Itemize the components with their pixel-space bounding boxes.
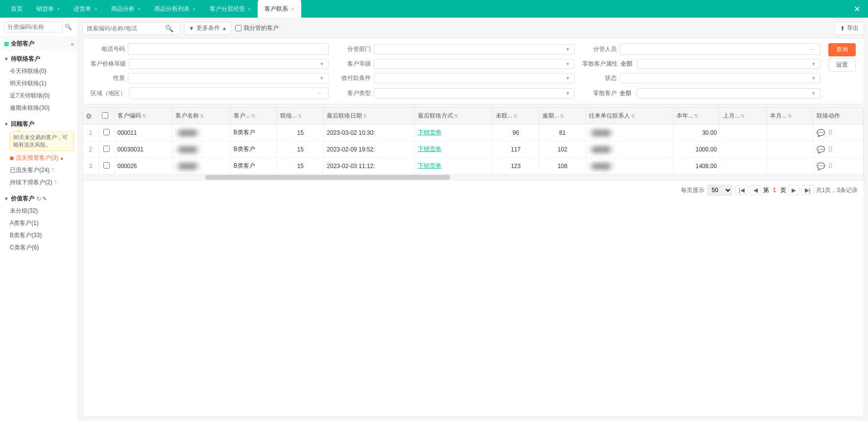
my-customers-checkbox[interactable] <box>235 25 241 31</box>
sidebar-item-overdue[interactable]: 逾期未联络(30) <box>0 102 78 114</box>
scrollbar-thumb[interactable] <box>205 175 450 180</box>
sort-contact-icon[interactable]: ⇅ <box>298 113 302 119</box>
tab-home[interactable]: 首页 <box>4 0 29 18</box>
filter-customer-type-label: 客户类型 <box>337 89 371 98</box>
filter-more-conditions[interactable]: ▼ 更多条件 ▲ <box>184 22 231 35</box>
sort-person-icon[interactable]: ⇅ <box>631 113 635 119</box>
query-button[interactable]: 查询 <box>828 43 856 56</box>
data-table-container: ⚙ 客户编码 ⇅ 客户名称 <box>82 107 864 417</box>
th-last-month: 上月... ⇅ <box>720 108 767 124</box>
sidebar-search-input[interactable] <box>4 22 63 32</box>
sidebar-group-value-title[interactable]: ▼ 价值客户 ↻ ✎ <box>0 193 78 205</box>
settings-button[interactable]: 设置 <box>828 58 856 72</box>
per-page-select[interactable]: 50 100 200 <box>707 185 732 196</box>
select-all-checkbox[interactable] <box>102 112 108 119</box>
sort-this-year-icon[interactable]: ⇅ <box>694 113 698 119</box>
row-checkbox-2[interactable] <box>103 162 110 169</box>
filter-customer-tier-select[interactable]: ▼ <box>374 59 575 69</box>
last-page-button[interactable]: ▶| <box>801 185 814 195</box>
sidebar-item-churn-warning[interactable]: 流失预警客户(3) ● <box>0 152 78 164</box>
filter-zero-customer-select[interactable]: ▼ <box>636 88 820 99</box>
tab-product-analysis[interactable]: 商品分析 × <box>104 0 147 18</box>
tab-close-product-analysis[interactable]: × <box>138 6 141 12</box>
filter-payment-field: 收付款条件 ▼ <box>337 73 575 83</box>
last-method-link-0[interactable]: 下销货单 <box>418 129 441 136</box>
filter-customer-type-select[interactable]: ▼ <box>374 88 575 99</box>
sidebar-item-a-class[interactable]: A类客户(1) <box>0 217 78 229</box>
action-contact-icon-1[interactable]: 💬 <box>817 146 825 153</box>
filter-status-field: 状态 ▼ <box>582 73 820 83</box>
action-contact-icon-0[interactable]: 💬 <box>817 129 825 137</box>
action-more-icon-0[interactable]: ⠿ <box>828 129 833 137</box>
sidebar-all-customers[interactable]: ⊞ 全部客户 « <box>0 37 78 51</box>
tab-product-analysis-list[interactable]: 商品分析列表 × <box>147 0 202 18</box>
filter-payment-select[interactable]: ▼ <box>374 73 575 83</box>
export-button[interactable]: ⬆ 导出 <box>835 22 864 35</box>
filter-search-button[interactable]: 🔍 <box>165 25 173 32</box>
filter-manager-select[interactable]: ··· <box>620 43 820 55</box>
filter-dept-select[interactable]: ▼ <box>374 44 575 54</box>
tab-close-product-analysis-list[interactable]: × <box>193 6 195 12</box>
filter-zero-attr-select[interactable]: ▼ <box>637 59 820 69</box>
tab-close-purchase-order[interactable]: × <box>94 6 97 12</box>
action-more-icon-2[interactable]: ⠿ <box>828 162 833 170</box>
sort-uncontacted-icon[interactable]: ⇅ <box>513 113 517 119</box>
filter-nature-select[interactable]: ▼ <box>128 73 329 83</box>
row-checkbox-1[interactable] <box>103 146 110 152</box>
td-uncontacted-1: 117 <box>492 141 539 158</box>
region-dots-icon[interactable]: ··· <box>315 90 324 97</box>
tab-close-customer-contact[interactable]: × <box>291 6 294 12</box>
sidebar-item-today[interactable]: 今天待联络(0) <box>0 65 78 77</box>
last-method-link-1[interactable]: 下销货单 <box>418 146 441 152</box>
filter-region-select[interactable]: ··· <box>129 87 329 99</box>
last-method-link-2[interactable]: 下销货单 <box>418 162 441 169</box>
sidebar-group-review-title[interactable]: ▼ 回顾客户 <box>0 118 78 130</box>
churn-warning-badge: ● <box>60 155 64 161</box>
td-contact-2: 15 <box>277 158 324 174</box>
first-page-button[interactable]: |◀ <box>735 185 748 195</box>
sidebar-item-7days[interactable]: 近7天待联络(0) <box>0 90 78 102</box>
prev-page-button[interactable]: ◀ <box>750 185 761 195</box>
filter-search-input[interactable] <box>87 25 165 32</box>
sidebar-item-declining[interactable]: 持续下滑客户(2) ? <box>0 176 78 189</box>
filter-price-tier-select[interactable]: ▼ <box>129 59 329 69</box>
filter-status-select[interactable]: ▼ <box>620 73 820 83</box>
sort-overdue-icon[interactable]: ⇅ <box>560 113 564 119</box>
action-contact-icon-2[interactable]: 💬 <box>817 162 825 170</box>
filter-phone-input[interactable] <box>128 43 329 55</box>
sidebar-item-churned[interactable]: 已流失客户(24) ? <box>0 164 78 176</box>
filter-region-label: 区域（地区） <box>91 89 126 98</box>
table-scrollbar[interactable] <box>83 174 864 180</box>
settings-gear-icon[interactable]: ⚙ <box>86 112 92 120</box>
sidebar-item-b-class[interactable]: B类客户(33) <box>0 229 78 242</box>
next-page-button[interactable]: ▶ <box>788 185 799 195</box>
sidebar-search-icon[interactable]: 🔍 <box>65 24 72 30</box>
value-edit-icon[interactable]: ✎ <box>42 196 47 202</box>
tab-close-sales-order[interactable]: × <box>57 6 60 12</box>
tab-customer-layer[interactable]: 客户分层经营 × <box>203 0 258 18</box>
payment-down-icon: ▼ <box>565 75 570 81</box>
sort-last-method-icon[interactable]: ⇅ <box>454 113 458 119</box>
main-layout: 🔍 ⊞ 全部客户 « ▼ 待联络客户 今天待联络(0) 明天待联络(1) 近7天… <box>0 18 868 421</box>
manager-dots-icon[interactable]: ··· <box>807 46 816 52</box>
sort-name-icon[interactable]: ⇅ <box>200 113 204 119</box>
sort-last-month-icon[interactable]: ⇅ <box>741 113 745 119</box>
tab-close-customer-layer[interactable]: × <box>248 6 251 12</box>
sidebar-group-pending-title[interactable]: ▼ 待联络客户 <box>0 53 78 65</box>
tab-purchase-order[interactable]: 进货单 × <box>67 0 104 18</box>
sort-code-icon[interactable]: ⇅ <box>142 113 146 119</box>
tab-sales-order[interactable]: 销货单 × <box>29 0 67 18</box>
value-refresh-icon[interactable]: ↻ <box>36 196 41 202</box>
td-this-year-0: 30.00 <box>674 124 720 141</box>
action-more-icon-1[interactable]: ⠿ <box>828 146 833 153</box>
sort-last-date-icon[interactable]: ⇅ <box>363 113 367 119</box>
window-close-button[interactable]: ✕ <box>850 4 864 14</box>
sort-type-icon[interactable]: ⇅ <box>251 113 255 119</box>
my-customers-checkbox-label[interactable]: 我分管的客户 <box>235 24 279 32</box>
sidebar-item-tomorrow[interactable]: 明天待联络(1) <box>0 77 78 90</box>
sort-this-month-icon[interactable]: ⇅ <box>788 113 792 119</box>
row-checkbox-0[interactable] <box>103 129 110 135</box>
sidebar-item-ungroup[interactable]: 未分组(32) <box>0 205 78 217</box>
sidebar-item-c-class[interactable]: C类客户(6) <box>0 242 78 254</box>
tab-customer-contact[interactable]: 客户联系 × <box>258 0 301 18</box>
